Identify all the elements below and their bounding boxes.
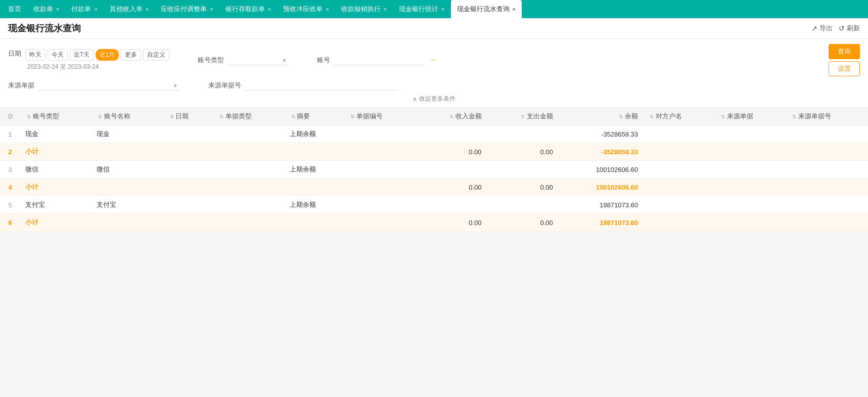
- row-number: 6: [0, 214, 20, 232]
- source-doc-no-input[interactable]: [245, 80, 397, 91]
- cell-summary: 上期余额: [285, 161, 344, 179]
- column-doc-type[interactable]: ⇅ 单据类型: [213, 108, 284, 125]
- cell-counterpart: [643, 143, 714, 161]
- column-income[interactable]: ⇅ 收入金额: [415, 108, 486, 125]
- nav-item-cash-flow[interactable]: 现金银行流水查询 ×: [451, 0, 522, 18]
- export-label: 导出: [819, 24, 833, 33]
- cell-source-doc-no: [786, 214, 868, 232]
- cell-doc-no: [344, 196, 415, 214]
- date-btn-more[interactable]: 更多: [121, 49, 141, 61]
- nav-label-cash-flow: 现金银行流水查询: [457, 0, 510, 18]
- sort-icon: ⇅: [792, 114, 796, 119]
- cell-account-type: 支付宝: [20, 196, 92, 214]
- close-icon[interactable]: ×: [146, 0, 149, 18]
- nav-item-adjustment[interactable]: 应收应付调整单 ×: [155, 0, 219, 18]
- column-source-doc-no[interactable]: ⇅ 来源单据号: [786, 108, 868, 125]
- column-date[interactable]: ⇅ 日期: [163, 108, 213, 125]
- date-btn-1month[interactable]: 近1月: [96, 49, 119, 61]
- date-range-display: 2023-02-24 至 2023-03-24: [27, 63, 169, 71]
- column-account-type[interactable]: ⇅ 账号类型: [20, 108, 92, 125]
- date-btn-yesterday[interactable]: 昨天: [25, 49, 45, 61]
- date-btn-today[interactable]: 今天: [48, 49, 68, 61]
- close-icon[interactable]: ×: [94, 0, 97, 18]
- refresh-button[interactable]: ↺ 刷新: [839, 24, 860, 33]
- cell-date: [163, 196, 213, 214]
- sort-icon: ⇅: [170, 114, 174, 119]
- cell-account-type: 微信: [20, 161, 92, 179]
- nav-item-other-income[interactable]: 其他收入单 ×: [104, 0, 155, 18]
- cell-balance: -3528659.33: [558, 125, 643, 143]
- cell-income: [415, 196, 486, 214]
- source-doc-select-wrapper: ▼: [38, 80, 180, 91]
- date-btn-custom[interactable]: 自定义: [143, 49, 169, 61]
- nav-item-receipt[interactable]: 收款单 ×: [27, 0, 65, 18]
- cell-account-type: 小计: [20, 179, 92, 196]
- row-number: 1: [0, 125, 20, 143]
- table-row: 3 微信 微信 上期余额 100102606.60: [0, 161, 868, 179]
- nav-item-prepay[interactable]: 预收冲应收单 ×: [277, 0, 335, 18]
- account-dots-button[interactable]: ···: [427, 56, 438, 65]
- data-table: ⚙ ⇅ 账号类型 ⇅ 账号名称 ⇅ 日期 ⇅ 单据类型: [0, 108, 868, 232]
- cell-income: [415, 161, 486, 179]
- account-type-select[interactable]: 现金 微信 支付宝: [228, 55, 289, 65]
- close-icon[interactable]: ×: [384, 0, 387, 18]
- row-number: 5: [0, 196, 20, 214]
- column-gear[interactable]: ⚙: [0, 108, 20, 125]
- column-counterpart[interactable]: ⇅ 对方户名: [643, 108, 714, 125]
- column-summary[interactable]: ⇅ 摘要: [285, 108, 344, 125]
- cell-date: [163, 125, 213, 143]
- row-number: 4: [0, 179, 20, 196]
- settings-button[interactable]: 设置: [829, 61, 860, 76]
- column-source-doc[interactable]: ⇅ 来源单据: [714, 108, 786, 125]
- close-icon[interactable]: ×: [441, 0, 444, 18]
- query-button[interactable]: 查询: [829, 44, 860, 59]
- column-balance[interactable]: ⇅ 余额: [558, 108, 643, 125]
- close-icon[interactable]: ×: [268, 0, 271, 18]
- sort-icon: ⇅: [721, 114, 725, 119]
- sort-icon: ⇅: [449, 114, 453, 119]
- account-input[interactable]: [334, 55, 423, 65]
- collapse-label: 收起更多条件: [419, 95, 455, 103]
- cell-income: 0.00: [415, 214, 486, 232]
- column-expense[interactable]: ⇅ 支出金额: [487, 108, 558, 125]
- cell-counterpart: [643, 125, 714, 143]
- gear-icon[interactable]: ⚙: [7, 112, 14, 120]
- close-icon[interactable]: ×: [56, 0, 59, 18]
- column-account-name[interactable]: ⇅ 账号名称: [92, 108, 163, 125]
- nav-item-cash-stats[interactable]: 现金银行统计 ×: [393, 0, 450, 18]
- collapse-up-icon: ∧: [413, 96, 417, 103]
- sort-icon: ⇅: [98, 114, 102, 119]
- cell-source-doc-no: [786, 196, 868, 214]
- collapse-bar[interactable]: ∧ 收起更多条件: [8, 95, 860, 103]
- cell-source-doc-no: [786, 179, 868, 196]
- sort-icon: ⇅: [650, 114, 654, 119]
- cell-balance: 19871073.60: [558, 196, 643, 214]
- nav-item-bank-deposit[interactable]: 银行存取款单 ×: [219, 0, 277, 18]
- close-icon[interactable]: ×: [513, 0, 516, 18]
- column-doc-no[interactable]: ⇅ 单据编号: [344, 108, 415, 125]
- cell-source-doc: [714, 196, 786, 214]
- export-button[interactable]: ↗ 导出: [811, 24, 833, 33]
- close-icon[interactable]: ×: [326, 0, 329, 18]
- nav-item-collection[interactable]: 收款核销执行 ×: [335, 0, 393, 18]
- table-row: 6 小计 0.00 0.00 19871073.60: [0, 214, 868, 232]
- cell-source-doc: [714, 161, 786, 179]
- cell-account-name: [92, 214, 163, 232]
- cell-summary: [285, 179, 344, 196]
- sort-icon: ⇅: [619, 114, 623, 119]
- nav-item-payment[interactable]: 付款单 ×: [65, 0, 103, 18]
- close-icon[interactable]: ×: [210, 0, 213, 18]
- nav-item-home[interactable]: 首页: [2, 0, 27, 18]
- source-doc-no-filter: 来源单据号: [208, 80, 397, 91]
- page-header: 现金银行流水查询 ↗ 导出 ↺ 刷新: [0, 18, 868, 39]
- nav-label-other-income: 其他收入单: [110, 0, 143, 18]
- source-doc-select[interactable]: [38, 80, 180, 91]
- table-row: 1 现金 现金 上期余额 -3528659.33: [0, 125, 868, 143]
- cell-doc-type: [213, 196, 284, 214]
- cell-date: [163, 143, 213, 161]
- account-type-select-wrapper: 现金 微信 支付宝 ▼: [228, 55, 289, 65]
- cell-doc-no: [344, 214, 415, 232]
- cell-doc-no: [344, 179, 415, 196]
- cell-source-doc: [714, 125, 786, 143]
- date-btn-7days[interactable]: 近7天: [70, 49, 94, 61]
